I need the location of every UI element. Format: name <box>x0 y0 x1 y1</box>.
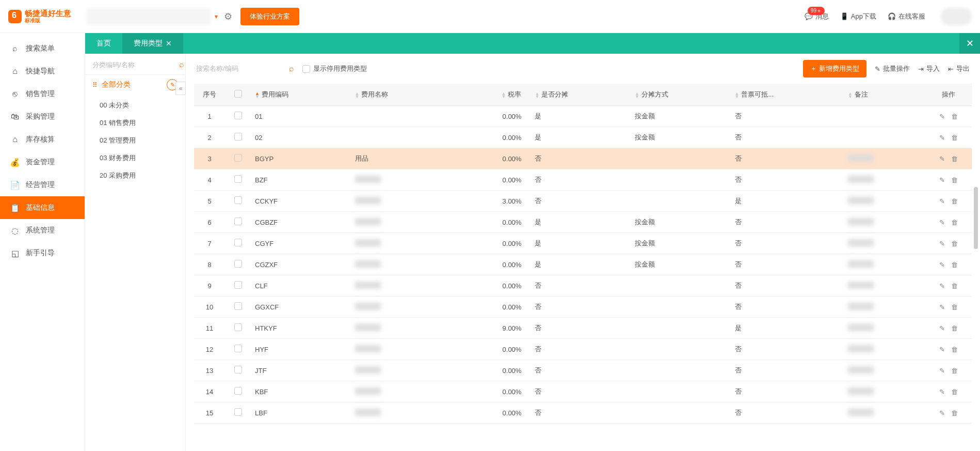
table-row[interactable]: 14 KBF 0.00% 否 否 ✎ 🗑 <box>194 381 972 402</box>
delete-icon[interactable]: 🗑 <box>951 134 958 142</box>
category-all[interactable]: ⠿ 全部分类 ✎ <box>85 74 185 95</box>
cell-checkbox[interactable] <box>225 360 251 381</box>
collapse-panel-button[interactable]: « <box>175 82 186 95</box>
cell-checkbox[interactable] <box>225 381 251 402</box>
close-icon[interactable]: ✕ <box>166 39 172 48</box>
edit-icon[interactable]: ✎ <box>939 303 945 311</box>
delete-icon[interactable]: 🗑 <box>951 155 958 163</box>
delete-icon[interactable]: 🗑 <box>951 282 958 290</box>
show-disabled-checkbox[interactable]: 显示停用费用类型 <box>302 64 367 73</box>
import-action[interactable]: ⇥ 导入 <box>918 64 940 73</box>
cell-checkbox[interactable] <box>225 233 251 254</box>
col-method[interactable]: ▲▼分摊方式 <box>631 84 731 106</box>
category-item[interactable]: 03 财务费用 <box>100 149 185 167</box>
cell-checkbox[interactable] <box>225 297 251 318</box>
table-row[interactable]: 8 CGZXF 0.00% 是 按金额 否 ✎ 🗑 <box>194 254 972 275</box>
category-item[interactable]: 20 采购费用 <box>100 167 185 184</box>
delete-icon[interactable]: 🗑 <box>951 303 958 311</box>
delete-icon[interactable]: 🗑 <box>951 409 958 417</box>
table-row[interactable]: 10 GGXCF 0.00% 否 否 ✎ 🗑 <box>194 297 972 318</box>
search-icon[interactable]: ⌕ <box>289 64 294 73</box>
col-rate[interactable]: ▲▼税率 <box>451 84 531 106</box>
col-name[interactable]: ▲▼费用名称 <box>351 84 451 106</box>
logo[interactable]: 畅捷通好生意 标准版 <box>8 9 71 24</box>
batch-action[interactable]: ✎ 批量操作 <box>875 64 910 73</box>
edit-icon[interactable]: ✎ <box>939 113 945 120</box>
messages-link[interactable]: 💬 99＋ 消息 <box>805 12 829 21</box>
table-row[interactable]: 9 CLF 0.00% 否 否 ✎ 🗑 <box>194 275 972 297</box>
cell-checkbox[interactable] <box>225 169 251 191</box>
cell-checkbox[interactable] <box>225 254 251 275</box>
col-index[interactable]: 序号 <box>194 84 225 106</box>
delete-icon[interactable]: 🗑 <box>951 197 958 205</box>
table-row[interactable]: 7 CGYF 0.00% 是 按金额 否 ✎ 🗑 <box>194 233 972 254</box>
edit-icon[interactable]: ✎ <box>939 197 945 205</box>
sidebar-item[interactable]: ⌂快捷导航 <box>0 60 85 83</box>
sidebar-item[interactable]: 💰资金管理 <box>0 151 85 174</box>
cell-checkbox[interactable] <box>225 191 251 212</box>
scrollbar[interactable] <box>974 187 978 249</box>
col-checkbox[interactable] <box>225 84 251 106</box>
edit-icon[interactable]: ✎ <box>939 134 945 142</box>
edit-icon[interactable]: ✎ <box>939 261 945 269</box>
table-row[interactable]: 15 LBF 0.00% 否 否 ✎ 🗑 <box>194 402 972 424</box>
sidebar-item[interactable]: ⌂库存核算 <box>0 128 85 151</box>
edit-icon[interactable]: ✎ <box>939 282 945 290</box>
category-item[interactable]: 01 销售费用 <box>100 114 185 132</box>
close-all-tabs[interactable]: ✕ <box>959 33 980 54</box>
cell-checkbox[interactable] <box>225 106 251 127</box>
delete-icon[interactable]: 🗑 <box>951 113 958 120</box>
edit-icon[interactable]: ✎ <box>939 240 945 247</box>
sidebar-item[interactable]: ◌系统管理 <box>0 219 85 242</box>
delete-icon[interactable]: 🗑 <box>951 346 958 353</box>
tab-home[interactable]: 首页 <box>85 33 122 54</box>
table-row[interactable]: 11 HTKYF 9.00% 否 是 ✎ 🗑 <box>194 318 972 339</box>
edit-icon[interactable]: ✎ <box>939 409 945 417</box>
table-row[interactable]: 5 CCKYF 3.00% 否 是 ✎ 🗑 <box>194 191 972 212</box>
search-icon[interactable]: ⌕ <box>179 60 184 69</box>
tab-expense-type[interactable]: 费用类型 ✕ <box>122 33 183 54</box>
table-row[interactable]: 1 01 0.00% 是 按金额 否 ✎ 🗑 <box>194 106 972 127</box>
cell-checkbox[interactable] <box>225 275 251 297</box>
table-search-input[interactable] <box>196 65 289 72</box>
cell-checkbox[interactable] <box>225 339 251 360</box>
app-download-link[interactable]: 📱 App下载 <box>840 12 876 21</box>
edit-icon[interactable]: ✎ <box>939 346 945 353</box>
edit-icon[interactable]: ✎ <box>939 219 945 226</box>
add-expense-button[interactable]: ＋ 新增费用类型 <box>803 60 866 77</box>
support-link[interactable]: 🎧 在线客服 <box>888 12 925 21</box>
edit-icon[interactable]: ✎ <box>939 324 945 332</box>
cell-checkbox[interactable] <box>225 212 251 233</box>
avatar[interactable] <box>941 8 972 25</box>
delete-icon[interactable]: 🗑 <box>951 261 958 269</box>
sidebar-item[interactable]: 📋基础信息 <box>0 196 85 219</box>
gear-icon[interactable]: ⚙ <box>224 11 232 22</box>
sidebar-item[interactable]: ⎋销售管理 <box>0 83 85 105</box>
export-action[interactable]: ⇤ 导出 <box>948 64 970 73</box>
category-search-input[interactable] <box>92 61 179 69</box>
edit-icon[interactable]: ✎ <box>939 176 945 184</box>
table-row[interactable]: 12 HYF 0.00% 否 否 ✎ 🗑 <box>194 339 972 360</box>
table-row[interactable]: 13 JTF 0.00% 否 否 ✎ 🗑 <box>194 360 972 381</box>
cell-checkbox[interactable] <box>225 402 251 424</box>
cell-checkbox[interactable] <box>225 318 251 339</box>
col-remark[interactable]: ▲▼备注 <box>844 84 925 106</box>
col-allocate[interactable]: ▲▼是否分摊 <box>531 84 631 106</box>
delete-icon[interactable]: 🗑 <box>951 219 958 226</box>
sidebar-item[interactable]: 🛍采购管理 <box>0 105 85 128</box>
edit-icon[interactable]: ✎ <box>939 155 945 163</box>
table-row[interactable]: 2 02 0.00% 是 按金额 否 ✎ 🗑 <box>194 127 972 148</box>
sidebar-item[interactable]: ◱新手引导 <box>0 242 85 265</box>
table-row[interactable]: 4 BZF 0.00% 否 否 ✎ 🗑 <box>194 169 972 191</box>
table-row[interactable]: 6 CGBZF 0.00% 是 按金额 否 ✎ 🗑 <box>194 212 972 233</box>
delete-icon[interactable]: 🗑 <box>951 240 958 247</box>
sidebar-item[interactable]: 📄经营管理 <box>0 174 85 196</box>
sidebar-item[interactable]: ⌕搜索菜单 <box>0 37 85 60</box>
delete-icon[interactable]: 🗑 <box>951 176 958 184</box>
delete-icon[interactable]: 🗑 <box>951 367 958 375</box>
category-item[interactable]: 00 未分类 <box>100 97 185 114</box>
col-code[interactable]: ▲▼费用编码 <box>251 84 351 106</box>
cell-checkbox[interactable] <box>225 127 251 148</box>
promo-button[interactable]: 体验行业方案 <box>240 8 299 25</box>
col-deduct[interactable]: ▲▼普票可抵... <box>731 84 844 106</box>
